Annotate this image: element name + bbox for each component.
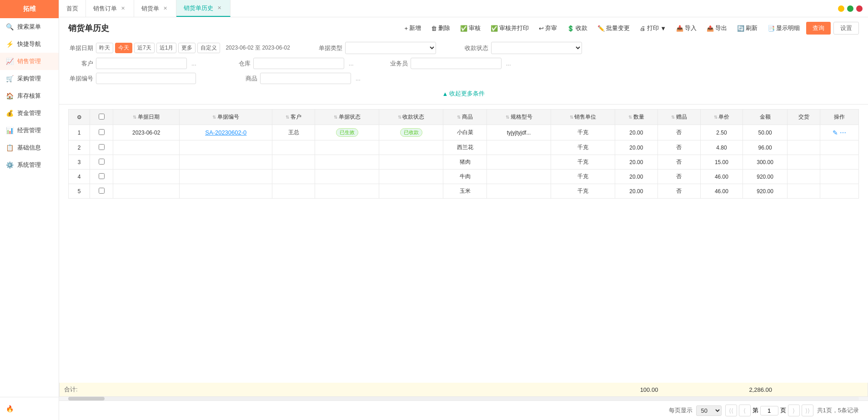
th-date[interactable]: 单据日期 [113,110,180,125]
refresh-button[interactable]: 🔄 刷新 [733,22,761,34]
date-more[interactable]: 更多 [178,43,196,53]
date-custom[interactable]: 自定义 [197,43,220,53]
th-settings[interactable]: ⚙ [69,110,90,125]
date-1month[interactable]: 近1月 [156,43,177,53]
date-yesterday[interactable]: 昨天 [96,43,113,53]
tab-sales-order[interactable]: 销售订单 ✕ [86,0,134,17]
batch-change-button[interactable]: ✏️ 批量变更 [594,22,633,34]
sidebar-item-quick-nav[interactable]: ⚡ 快捷导航 [0,35,59,53]
row-select-checkbox[interactable] [99,159,105,165]
order-no-input[interactable] [96,73,196,84]
window-close[interactable] [856,5,863,12]
page-prev-btn[interactable]: ⟨ [739,405,751,416]
discard-button[interactable]: ↩ 弃审 [535,22,561,34]
row-select-checkbox[interactable] [99,144,105,150]
salesperson-dots[interactable]: ... [504,59,513,68]
product-dots[interactable]: ... [354,74,362,83]
th-pay-status[interactable]: 收款状态 [379,110,443,125]
tab-delivery-history[interactable]: 销货单历史 ✕ [176,0,231,17]
page-last-btn[interactable]: ⟩⟩ [802,405,813,416]
tab-delivery-history-close[interactable]: ✕ [216,5,223,11]
th-order-no[interactable]: 单据编号 [180,110,272,125]
row-checkbox[interactable] [90,125,113,140]
row-spec [487,184,551,199]
setting-button[interactable]: 设置 [833,22,859,35]
row-select-checkbox[interactable] [99,188,105,194]
product-input[interactable] [260,73,351,84]
salesperson-input[interactable] [411,58,502,69]
row-order-no[interactable] [180,155,272,170]
row-select-checkbox[interactable] [99,173,105,179]
window-minimize[interactable] [838,5,844,12]
horizontal-scrollbar[interactable] [68,397,859,400]
table-row: 4牛肉千克20.00否46.00920.00 [69,170,859,184]
row-checkbox[interactable] [90,170,113,184]
row-checkbox[interactable] [90,140,113,155]
query-button[interactable]: 查询 [806,22,831,35]
audit-button[interactable]: ✅ 审核 [457,22,484,34]
order-no-link[interactable]: SA-20230602-0 [205,129,246,136]
th-price[interactable]: 单价 [700,110,743,125]
sidebar-item-sales-mgmt[interactable]: 📈 销售管理 [0,53,59,70]
page-size-select[interactable]: 50 100 200 [696,405,722,416]
page-next-btn[interactable]: ⟩ [788,405,800,416]
sidebar-bottom-btn1[interactable]: 🔥 [0,401,59,416]
export-button[interactable]: 📤 导出 [703,22,731,34]
th-delivery[interactable]: 交货 [787,110,820,125]
tab-delivery[interactable]: 销货单 ✕ [134,0,176,17]
sidebar-item-search-menu[interactable]: 🔍 搜索菜单 [0,18,59,35]
customer-dots[interactable]: ... [190,59,198,68]
print-button[interactable]: 🖨 打印 ▼ [636,22,670,34]
collect-button[interactable]: 💲 收款 [563,22,591,34]
sidebar-item-base-info[interactable]: 📋 基础信息 [0,139,59,156]
audit-print-button[interactable]: ✅ 审核并打印 [487,22,532,34]
row-order-no[interactable] [180,170,272,184]
row-checkbox[interactable] [90,155,113,170]
type-select[interactable] [345,42,436,54]
sidebar-item-system-mgmt[interactable]: ⚙️ 系统管理 [0,156,59,174]
warehouse-dots[interactable]: ... [347,59,356,68]
th-amount[interactable]: 金额 [743,110,788,125]
customer-input[interactable] [96,58,187,69]
row-qty: 20.00 [615,125,657,140]
audit-print-icon: ✅ [491,25,498,32]
th-customer[interactable]: 客户 [272,110,315,125]
payment-select[interactable] [491,42,582,54]
row-order-no[interactable] [180,140,272,155]
row-select-checkbox[interactable] [99,129,105,135]
th-gift[interactable]: 赠品 [657,110,700,125]
date-7days[interactable]: 近7天 [134,43,155,53]
page-number-input[interactable] [760,406,778,415]
row-checkbox[interactable] [90,184,113,199]
row-order-no[interactable]: SA-20230602-0 [180,125,272,140]
tab-sales-order-close[interactable]: ✕ [120,5,126,12]
th-unit[interactable]: 销售单位 [551,110,615,125]
sidebar-item-business-mgmt[interactable]: 📊 经营管理 [0,122,59,139]
th-product[interactable]: 商品 [443,110,487,125]
tab-home[interactable]: 首页 [59,0,86,17]
new-button[interactable]: + 新增 [401,22,425,34]
tab-delivery-close[interactable]: ✕ [162,5,169,12]
th-spec[interactable]: 规格型号 [487,110,551,125]
th-checkbox[interactable] [90,110,113,125]
page-first-btn[interactable]: ⟨⟨ [725,405,737,416]
row-price: 2.50 [700,125,743,140]
show-detail-button[interactable]: 📑 显示明细 [764,22,803,34]
more-action-icon[interactable]: ⋯ [840,129,846,136]
sidebar-item-inventory[interactable]: 🏠 库存核算 [0,87,59,105]
scrollbar-thumb[interactable] [68,397,105,400]
import-button[interactable]: 📥 导入 [672,22,700,34]
select-all-checkbox[interactable] [99,114,105,120]
sidebar-item-finance-mgmt[interactable]: 💰 资金管理 [0,105,59,122]
row-price: 15.00 [700,155,743,170]
edit-action-icon[interactable]: ✎ [833,129,838,136]
row-order-no[interactable] [180,184,272,199]
th-qty[interactable]: 数量 [615,110,657,125]
date-today[interactable]: 今天 [115,43,132,53]
warehouse-input[interactable] [253,58,344,69]
delete-button[interactable]: 🗑 删除 [427,22,454,34]
window-maximize[interactable] [847,5,853,12]
sidebar-item-purchase-mgmt[interactable]: 🛒 采购管理 [0,70,59,87]
collapse-button[interactable]: ▲ 收起更多条件 [441,88,487,100]
th-order-status[interactable]: 单据状态 [315,110,379,125]
